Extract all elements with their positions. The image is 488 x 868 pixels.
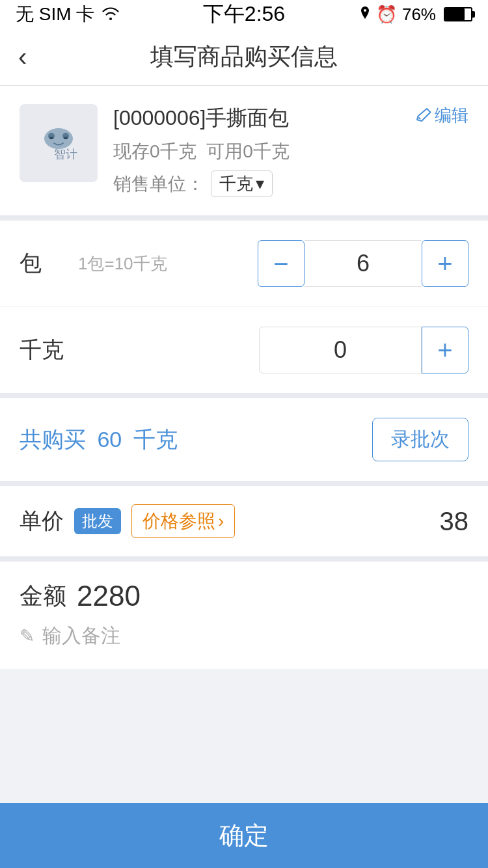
bag-quantity-row: 包 1包=10千克 − + [0, 221, 488, 307]
kg-input[interactable] [259, 327, 422, 373]
status-left: 无 SIM 卡 [16, 2, 120, 27]
confirm-button[interactable]: 确定 [0, 803, 488, 868]
amount-row: 金额 2280 [20, 580, 468, 623]
page-title: 填写商品购买信息 [150, 41, 338, 73]
unit-select[interactable]: 千克 ▾ [211, 170, 273, 197]
bag-label: 包 [20, 249, 72, 278]
bag-hint: 1包=10千克 [78, 252, 258, 275]
kg-controls: + [259, 327, 468, 373]
wifi-icon [101, 4, 120, 25]
product-info: [0000006]手撕面包 编辑 现存0千克 可用0千克 销售单位： 千克 ▾ [113, 104, 468, 197]
product-name: [0000006]手撕面包 [113, 104, 289, 133]
amount-label: 金额 [20, 580, 66, 612]
product-card: 智计 [0000006]手撕面包 编辑 现存0千克 可用0千克 销售单位： 千克 [0, 86, 488, 221]
bag-quantity-input[interactable] [305, 240, 422, 287]
price-label: 单价 [20, 506, 64, 536]
svg-text:智计: 智计 [54, 148, 77, 161]
summary-row: 共购买 60 千克 录批次 [0, 398, 488, 486]
notes-placeholder: 输入备注 [42, 623, 120, 649]
notes-row[interactable]: ✎ 输入备注 [20, 623, 468, 669]
status-right: ⏰ 76% [359, 5, 472, 25]
kg-increment-button[interactable]: + [422, 327, 468, 373]
nav-bar: ‹ 填写商品购买信息 [0, 29, 488, 86]
summary-text: 共购买 60 千克 [20, 425, 178, 455]
battery-icon [444, 7, 472, 21]
pencil-icon: ✎ [20, 625, 34, 647]
product-image: 智计 [20, 104, 98, 182]
price-ref-button[interactable]: 价格参照 › [131, 504, 235, 538]
chevron-down-icon: ▾ [256, 174, 264, 194]
carrier-text: 无 SIM 卡 [16, 2, 94, 27]
svg-point-4 [64, 137, 68, 139]
kg-row: 千克 + [0, 307, 488, 398]
location-icon [359, 5, 371, 25]
batch-button[interactable]: 录批次 [372, 418, 468, 461]
bag-decrement-button[interactable]: − [258, 240, 305, 287]
bag-quantity-controls: − + [258, 240, 468, 287]
status-bar: 无 SIM 卡 下午2:56 ⏰ 76% [0, 0, 488, 29]
svg-point-0 [44, 128, 73, 149]
batch-tag: 批发 [74, 508, 121, 534]
edit-button[interactable]: 编辑 [415, 104, 468, 127]
alarm-icon: ⏰ [376, 5, 397, 25]
bag-increment-button[interactable]: + [422, 240, 468, 287]
amount-value: 2280 [77, 580, 141, 612]
product-unit: 销售单位： 千克 ▾ [113, 170, 468, 197]
kg-label: 千克 [20, 335, 259, 365]
back-button[interactable]: ‹ [18, 42, 27, 72]
product-stock: 现存0千克 可用0千克 [113, 139, 468, 164]
price-section: 单价 批发 价格参照 › 38 [0, 486, 488, 556]
battery-text: 76% [402, 5, 436, 25]
svg-point-3 [49, 137, 53, 139]
status-time: 下午2:56 [203, 0, 285, 29]
price-value: 38 [440, 507, 469, 536]
price-ref-chevron: › [218, 511, 224, 532]
